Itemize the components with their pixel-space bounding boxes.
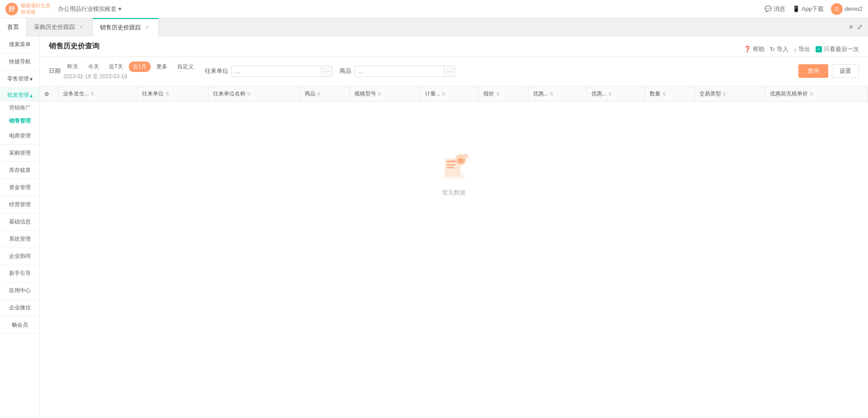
col-pre-tax-price[interactable]: 优惠前无税单价 ⇅ <box>765 86 868 102</box>
import-action[interactable]: ↻ 导入 <box>770 45 788 53</box>
sidebar-item-vip-member[interactable]: 畅会员 <box>0 317 39 334</box>
product-search-icon[interactable]: ··· <box>444 66 455 77</box>
sort-icon: ⇅ <box>496 91 500 96</box>
from-unit-search-icon[interactable]: ··· <box>321 66 332 77</box>
sidebar-item-new-guide[interactable]: 新手引导 <box>0 265 39 282</box>
product-input-group: ··· <box>354 66 455 77</box>
tabbar-actions: × ⤢ <box>849 23 868 31</box>
sidebar-sub-marketing-promo[interactable]: 营销推广 <box>0 101 39 114</box>
product-input[interactable] <box>354 66 444 77</box>
col-discount2-label: 优惠... <box>591 90 607 97</box>
sidebar-item-operations-mgmt[interactable]: 经营管理 <box>0 196 39 214</box>
date-filter: 日期 昨天 今天 近7天 近1月 更多 自定义 2023-02-18 至 202… <box>49 62 198 81</box>
col-trade-type-label: 交易类型 <box>699 90 721 97</box>
content-area: 销售历史价查询 ❓ 帮助 ↻ 导入 ↓ 导出 ✓ <box>40 36 868 418</box>
from-unit-input[interactable] <box>231 66 321 77</box>
sidebar-item-basic-info[interactable]: 基础信息 <box>0 214 39 231</box>
maximize-button[interactable]: ⤢ <box>857 23 863 31</box>
user-item[interactable]: D demo2 <box>831 3 863 15</box>
company-selector[interactable]: 办公用品行业模拟账套 ▾ <box>54 5 125 13</box>
col-biz-date[interactable]: 业务发生... ⇅ <box>58 86 137 102</box>
svg-rect-4 <box>447 167 454 168</box>
export-action[interactable]: ↓ 导出 <box>794 45 811 53</box>
app-download-item[interactable]: 📱 App下载 <box>793 5 824 13</box>
logo-icon: 好 <box>5 3 18 15</box>
date-btn-today[interactable]: 今天 <box>84 62 103 72</box>
sidebar-sub-sales-mgmt[interactable]: 销售管理 <box>0 114 39 128</box>
col-unit-label: 计量... <box>425 90 440 97</box>
date-btn-yesterday[interactable]: 昨天 <box>63 62 82 72</box>
sort-icon: ⇅ <box>247 91 250 96</box>
close-purchase-history-tab[interactable]: × <box>78 24 85 31</box>
col-discount1[interactable]: 优惠... ⇅ <box>528 86 586 102</box>
sort-icon: ⇅ <box>608 91 612 96</box>
sidebar-item-search-menu[interactable]: 搜索菜单 <box>0 36 39 53</box>
main-layout: 搜索菜单 快捷导航 零售管理 ▾ 批发管理 ▴ 营销推广 销售管理 电商管理 采… <box>0 36 868 418</box>
col-pre-tax-price-label: 优惠前无税单价 <box>770 90 808 97</box>
col-from-unit[interactable]: 往来单位 ⇅ <box>137 86 208 102</box>
sort-icon: ⇅ <box>165 91 169 96</box>
col-from-unit-label: 往来单位 <box>142 90 164 97</box>
col-discount2[interactable]: 优惠... ⇅ <box>587 86 645 102</box>
setting-button[interactable]: 设置 <box>832 64 859 78</box>
sidebar-item-finance-mgmt[interactable]: 资金管理 <box>0 179 39 196</box>
date-btn-7days[interactable]: 近7天 <box>105 62 127 72</box>
col-biz-date-label: 业务发生... <box>63 90 89 97</box>
sidebar-item-purchase-mgmt[interactable]: 采购管理 <box>0 145 39 162</box>
data-table: ⚙ 业务发生... ⇅ 往来单位 ⇅ 往来单位名称 ⇅ <box>40 86 868 242</box>
col-spec-model[interactable]: 规格型号 ⇅ <box>349 86 420 102</box>
query-button[interactable]: 查询 <box>798 64 828 78</box>
tab-home[interactable]: 首页 <box>0 18 27 36</box>
export-icon: ↓ <box>794 46 797 52</box>
topbar-right: 💬 消息 📱 App下载 D demo2 <box>764 3 863 15</box>
col-quantity[interactable]: 数量 ⇅ <box>645 86 695 102</box>
table-settings-icon[interactable]: ⚙ <box>44 91 49 97</box>
table-body: 暂无数据 <box>40 102 868 242</box>
col-quote-price[interactable]: 报价 ⇅ <box>479 86 528 102</box>
table-settings-col[interactable]: ⚙ <box>40 86 58 102</box>
col-product[interactable]: 商品 ⇅ <box>300 86 349 102</box>
col-product-label: 商品 <box>305 90 316 97</box>
sort-icon: ⇅ <box>90 91 94 96</box>
col-unit[interactable]: 计量... ⇅ <box>420 86 479 102</box>
sidebar-item-ecommerce-mgmt[interactable]: 电商管理 <box>0 128 39 145</box>
sidebar-item-retail-mgmt[interactable]: 零售管理 ▾ <box>0 71 39 88</box>
filter-right: 查询 设置 <box>798 64 859 78</box>
close-all-tabs-button[interactable]: × <box>849 23 853 31</box>
date-btn-custom[interactable]: 自定义 <box>173 62 198 72</box>
logo-text: 畅捷通好生意 标准版 <box>21 3 51 14</box>
svg-point-7 <box>461 159 463 161</box>
sort-icon: ⇅ <box>442 91 445 96</box>
date-btn-more[interactable]: 更多 <box>152 62 171 72</box>
empty-state: 暂无数据 <box>40 102 868 242</box>
tab-sales-history[interactable]: 销售历史价跟踪 × <box>93 18 159 36</box>
tab-purchase-history-label: 采购历史价跟踪 <box>34 23 75 31</box>
sidebar-item-inventory-check[interactable]: 库存核算 <box>0 162 39 179</box>
chevron-up-icon: ▴ <box>30 92 33 99</box>
message-icon: 💬 <box>764 5 772 12</box>
logo-area: 好 畅捷通好生意 标准版 <box>5 3 51 15</box>
col-trade-type[interactable]: 交易类型 ⇅ <box>694 86 765 102</box>
message-item[interactable]: 💬 消息 <box>764 5 785 13</box>
sort-icon: ⇅ <box>810 91 813 96</box>
sidebar-item-wholesale-mgmt[interactable]: 批发管理 ▴ <box>0 88 39 101</box>
from-unit-label: 往来单位 <box>205 67 228 75</box>
sidebar-item-app-center[interactable]: 应用中心 <box>0 282 39 299</box>
table-header: ⚙ 业务发生... ⇅ 往来单位 ⇅ 往来单位名称 ⇅ <box>40 86 868 102</box>
sidebar-item-enterprise-collab[interactable]: 企业协同 <box>0 248 39 265</box>
chevron-down-icon: ▾ <box>30 76 33 82</box>
close-sales-history-tab[interactable]: × <box>144 24 151 31</box>
sidebar-item-system-mgmt[interactable]: 系统管理 <box>0 231 39 248</box>
date-btn-1month[interactable]: 近1月 <box>129 62 151 72</box>
only-last-checkbox[interactable]: ✓ 只看最后一次 <box>816 45 859 53</box>
tabbar: 首页 采购历史价跟踪 × 销售历史价跟踪 × × ⤢ <box>0 18 868 36</box>
col-from-unit-name[interactable]: 往来单位名称 ⇅ <box>208 86 300 102</box>
help-action[interactable]: ❓ 帮助 <box>744 45 764 53</box>
tab-purchase-history[interactable]: 采购历史价跟踪 × <box>27 18 93 36</box>
sidebar-item-quick-nav[interactable]: 快捷导航 <box>0 53 39 71</box>
sidebar-item-enterprise-wechat[interactable]: 企业微信 <box>0 299 39 317</box>
date-range-text: 2023-02-18 至 2023-03-18 <box>63 73 198 81</box>
sort-icon: ⇅ <box>377 91 381 96</box>
avatar: D <box>831 3 843 15</box>
import-icon: ↻ <box>770 46 775 52</box>
